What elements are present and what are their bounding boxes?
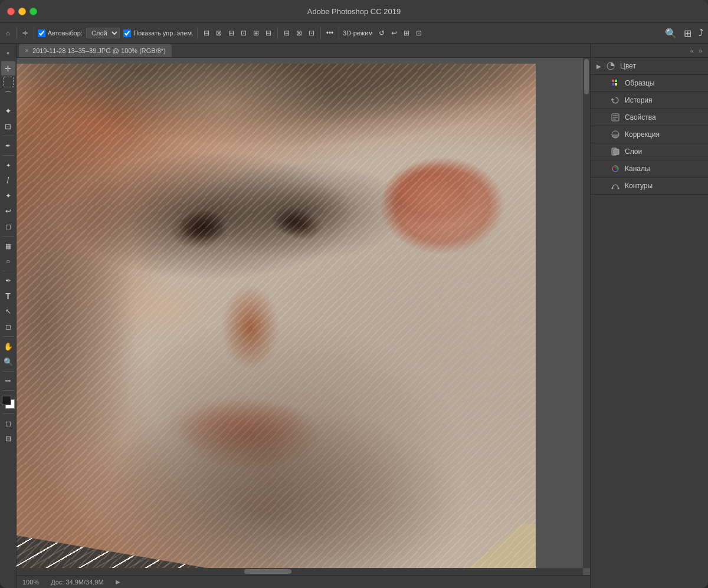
panel-expand-btn[interactable]: » — [696, 46, 704, 55]
dodge-tool[interactable]: ○ — [1, 254, 15, 268]
panel-item-history[interactable]: История — [591, 92, 708, 109]
properties-icon — [611, 113, 620, 122]
align-top-icon[interactable]: ⊟ — [201, 28, 212, 38]
minimize-button[interactable] — [18, 8, 26, 15]
status-bar: 100% Дос: 34,9M/34,9M ▶ — [17, 575, 590, 588]
zoom-level: 100% — [22, 579, 39, 586]
history-label: История — [625, 96, 702, 104]
eraser-tool[interactable]: ◻ — [1, 219, 15, 234]
svg-point-15 — [614, 168, 617, 172]
doc-tab-close[interactable]: × — [25, 47, 29, 54]
panel-item-channels[interactable]: Каналы — [591, 160, 708, 178]
spot-heal-tool[interactable]: ✦ — [1, 158, 15, 172]
color-icon — [606, 61, 615, 71]
panel-item-swatches[interactable]: Образцы — [591, 75, 708, 92]
home-button[interactable]: ⌂ — [4, 28, 12, 38]
path-select-tool[interactable]: ↖ — [1, 304, 15, 318]
threeD-label: 3D-режим — [343, 29, 373, 37]
vertical-scrollbar[interactable] — [583, 58, 590, 568]
main-area: « ✛ ⌒ ✦ ⊡ ✒ ✦ / ✦ ↩ ◻ ▦ ○ ✒ T ↖ ◻ ✋ 🔍 — [0, 44, 708, 588]
lasso-tool[interactable]: ⌒ — [1, 88, 15, 103]
dist-top-icon[interactable]: ⊟ — [281, 28, 292, 38]
autoselect-label: Автовыбор: — [48, 29, 83, 37]
toolbox: « ✛ ⌒ ✦ ⊡ ✒ ✦ / ✦ ↩ ◻ ▦ ○ ✒ T ↖ ◻ ✋ 🔍 — [0, 44, 17, 588]
dist-middle-icon[interactable]: ⊠ — [294, 28, 304, 38]
collapse-toolbox-btn[interactable]: « — [1, 46, 15, 60]
show-controls-checkbox[interactable] — [123, 29, 131, 37]
hand-tool[interactable]: ✋ — [1, 339, 15, 353]
3d-icons: ↺ ↩ ⊞ ⊡ — [376, 28, 424, 38]
gradient-tool[interactable]: ▦ — [1, 239, 15, 253]
panel-item-layers[interactable]: Слои — [591, 143, 708, 160]
history-icon — [611, 96, 620, 105]
share-button[interactable]: ⤴ — [697, 27, 704, 40]
autoselect-checkbox[interactable] — [38, 29, 45, 37]
color-label: Цвет — [620, 62, 702, 70]
move-tool[interactable]: ✛ — [1, 61, 15, 75]
photoshop-window: Adobe Photoshop CC 2019 ⌂ ✛ Автовыбор: С… — [0, 0, 708, 588]
autoselect-dropdown[interactable]: Слой — [86, 28, 120, 38]
stamp-tool[interactable]: ✦ — [1, 189, 15, 203]
align-left-icon[interactable]: ⊡ — [238, 28, 249, 38]
window-title: Adobe Photoshop CC 2019 — [307, 7, 401, 16]
channels-icon — [611, 164, 620, 173]
pen-tool[interactable]: ✒ — [1, 274, 15, 288]
history-brush-tool[interactable]: ↩ — [1, 204, 15, 218]
toolbar-separator-2 — [34, 27, 34, 39]
panel-button[interactable]: ⊞ — [683, 27, 693, 40]
panel-collapse-btn[interactable]: « — [688, 46, 696, 55]
svg-rect-4 — [615, 83, 617, 86]
align-center-icon[interactable]: ⊞ — [251, 28, 261, 38]
panel-item-color[interactable]: ▶ Цвет — [591, 58, 708, 75]
text-tool[interactable]: T — [1, 289, 15, 303]
tool-sep-6 — [2, 371, 14, 372]
paths-label: Контуры — [625, 182, 702, 190]
panel-play-color[interactable]: ▶ — [596, 63, 601, 70]
maximize-button[interactable] — [30, 8, 37, 15]
tool-sep-1 — [2, 136, 14, 136]
3d-camera-icon[interactable]: ⊡ — [414, 28, 424, 38]
canvas-viewport[interactable] — [17, 58, 590, 575]
distribute-icons: ⊟ ⊠ ⊡ — [281, 28, 317, 38]
right-panel: « » ▶ Цвет Образцы — [590, 44, 708, 588]
screen-mode-btn[interactable]: ⊟ — [1, 432, 15, 446]
3d-rotate-icon[interactable]: ↺ — [376, 28, 387, 38]
dist-bottom-icon[interactable]: ⊡ — [306, 28, 317, 38]
panel-header: « » — [591, 44, 708, 58]
panel-item-corrections[interactable]: Коррекция — [591, 126, 708, 143]
document-tab[interactable]: × 2019-11-28 13–35–39.JPG @ 100% (RGB/8*… — [19, 44, 172, 57]
close-button[interactable] — [7, 8, 15, 15]
brush-tool[interactable]: / — [1, 173, 15, 188]
layers-label: Слои — [625, 147, 702, 156]
shape-tool[interactable]: ◻ — [1, 320, 15, 334]
more-options-icon[interactable]: ••• — [324, 28, 335, 38]
panel-item-paths[interactable]: Контуры — [591, 178, 708, 195]
properties-label: Свойства — [625, 113, 702, 121]
marquee-tool[interactable] — [3, 77, 14, 87]
3d-zoom-icon[interactable]: ⊞ — [401, 28, 412, 38]
align-bottom-icon[interactable]: ⊟ — [226, 28, 237, 38]
autoselect-checkbox-label[interactable]: Автовыбор: — [38, 29, 83, 37]
crop-tool[interactable]: ⊡ — [1, 119, 15, 133]
move-tool-button[interactable]: ✛ — [20, 28, 30, 38]
align-middle-icon[interactable]: ⊠ — [214, 28, 224, 38]
show-controls-label[interactable]: Показать упр. элем. — [123, 29, 194, 37]
svg-point-17 — [618, 188, 620, 189]
eyedropper-tool[interactable]: ✒ — [1, 139, 15, 153]
color-swatch[interactable] — [2, 396, 15, 409]
canvas-area: × 2019-11-28 13–35–39.JPG @ 100% (RGB/8*… — [17, 44, 590, 588]
more-tools-btn[interactable]: ••• — [1, 374, 15, 388]
quick-mask-btn[interactable]: ◻ — [1, 416, 15, 431]
horizontal-scrollbar-thumb[interactable] — [244, 569, 291, 574]
panel-item-properties[interactable]: Свойства — [591, 109, 708, 126]
magic-wand-tool[interactable]: ✦ — [1, 104, 15, 118]
3d-pan-icon[interactable]: ↩ — [389, 28, 399, 38]
vertical-scrollbar-thumb[interactable] — [584, 59, 589, 94]
zoom-tool[interactable]: 🔍 — [1, 354, 15, 369]
svg-rect-3 — [612, 83, 614, 86]
tool-sep-4 — [2, 271, 14, 271]
search-button[interactable]: 🔍 — [664, 27, 678, 40]
horizontal-scrollbar[interactable] — [17, 568, 583, 575]
align-right-icon[interactable]: ⊟ — [263, 28, 274, 38]
status-arrow[interactable]: ▶ — [116, 579, 120, 585]
